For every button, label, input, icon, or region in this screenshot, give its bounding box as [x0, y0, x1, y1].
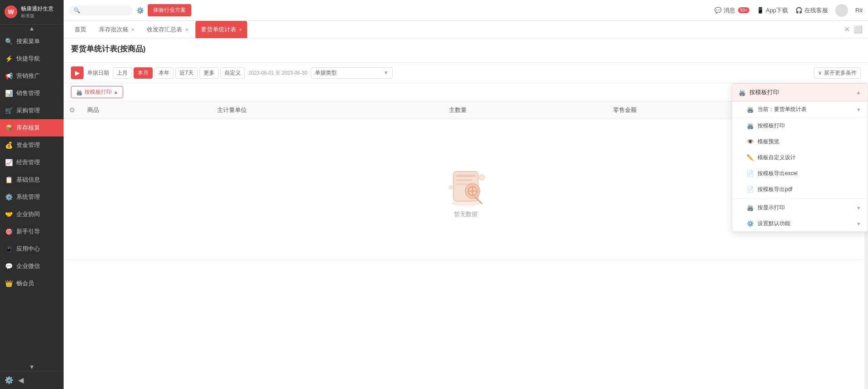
sidebar-item-app-center[interactable]: 📱 应用中心: [0, 240, 64, 258]
svg-rect-2: [456, 175, 476, 177]
print-template-btn[interactable]: 🖨️ 按模板打印 ▲: [71, 86, 123, 98]
template-preview-icon: 👁️: [747, 138, 754, 145]
template-design-icon: ✏️: [747, 154, 754, 161]
message-btn[interactable]: 💬 消息 99+: [714, 6, 749, 15]
template-preview-label: 模板预览: [758, 138, 861, 146]
date-btn-more[interactable]: 更多: [200, 67, 219, 79]
printer-icon: 🖨️: [76, 89, 83, 96]
main-content: 🔍 ⚙️ 体验行业方案 💬 消息 99+ 📱 App下载 🎧 在线客服 Ri: [64, 0, 868, 389]
topbar-search-box[interactable]: 🔍: [69, 5, 133, 15]
page-toolbar: 🖨️ 按模板打印 ▲ ↗ 导出 ↺ 刷新 ··· 查询 设置 🖨️ 按模板打印 …: [64, 83, 868, 101]
template-current-item[interactable]: 🖨️ 当前：要货单统计表 ▼: [732, 101, 868, 118]
settings-bottom-btn[interactable]: ⚙️: [5, 376, 14, 384]
maximize-window-icon[interactable]: ⬜: [853, 25, 863, 34]
sidebar-item-member[interactable]: 👑 畅会员: [0, 275, 64, 292]
sidebar-item-system[interactable]: ⚙️ 系统管理: [0, 188, 64, 206]
template-dropdown-header[interactable]: 🖨️ 按模板打印 ▲: [732, 84, 868, 101]
sidebar-item-quick-nav[interactable]: ⚡ 快捷导航: [0, 50, 64, 67]
sidebar-nav: 🔍 搜索菜单 ⚡ 快捷导航 📢 营销推广 📊 销售管理 🛒 采购管理 📦 库存核…: [0, 33, 64, 363]
sidebar-item-label: 应用中心: [16, 245, 40, 253]
sales-icon: 📊: [5, 89, 13, 97]
sidebar-item-sales[interactable]: 📊 销售管理: [0, 85, 64, 102]
template-item-export-pdf[interactable]: 📄 按模板导出pdf: [732, 182, 868, 197]
tab-requisition-stats-label: 要货单统计表: [201, 25, 236, 34]
sidebar-item-operation[interactable]: 📈 经营管理: [0, 154, 64, 171]
template-dropdown-title: 按模板打印: [749, 88, 856, 96]
topbar-settings-icon[interactable]: ⚙️: [136, 7, 144, 14]
sidebar-item-label: 销售管理: [16, 89, 40, 97]
template-item-print[interactable]: 🖨️ 按模板打印: [732, 118, 868, 134]
filter-toggle-btn[interactable]: ▶: [71, 66, 84, 79]
template-item-default-settings[interactable]: ⚙️ 设置默认功能 ▼: [732, 216, 868, 232]
date-btn-7days[interactable]: 近7天: [175, 67, 198, 79]
template-print-icon: 🖨️: [747, 122, 754, 129]
tab-batch-account-label: 库存批次账: [99, 25, 129, 34]
table-settings-icon[interactable]: ⚙: [69, 106, 75, 114]
template-item-design[interactable]: ✏️ 模板自定义设计: [732, 150, 868, 166]
date-btn-this-month[interactable]: 本月: [134, 67, 153, 79]
username-label[interactable]: Rit: [855, 7, 863, 14]
table-col-settings: ⚙: [64, 101, 82, 119]
svg-point-10: [449, 186, 453, 189]
tab-batch-account-close[interactable]: ×: [131, 27, 134, 32]
template-pdf-icon: 📄: [747, 186, 754, 193]
default-settings-icon: ⚙️: [747, 220, 754, 227]
sidebar-item-label: 库存核算: [16, 124, 40, 132]
sidebar-item-inventory[interactable]: 📦 库存核算: [0, 119, 64, 136]
tab-receipt-summary[interactable]: 收发存汇总表 ×: [141, 21, 193, 38]
template-item-export-excel[interactable]: 📄 按模板导出excel: [732, 166, 868, 182]
template-pdf-label: 按模板导出pdf: [758, 186, 861, 193]
marketing-icon: 📢: [5, 72, 13, 80]
printer-dropdown-icon: 🖨️: [738, 89, 746, 96]
svg-rect-3: [456, 179, 472, 181]
sidebar-scroll-up[interactable]: ▲: [0, 25, 64, 33]
logo-text: 畅康通好生意 标准版: [21, 5, 54, 19]
date-btn-this-year[interactable]: 本年: [155, 67, 174, 79]
expand-more-btn[interactable]: ∨ 展开更多条件: [814, 67, 861, 79]
sidebar-item-guide[interactable]: 🎯 新手引导: [0, 223, 64, 240]
sidebar-item-label: 企业微信: [16, 262, 40, 270]
user-avatar[interactable]: [835, 4, 848, 17]
online-service-btn[interactable]: 🎧 在线客服: [795, 6, 828, 15]
tab-receipt-summary-label: 收发存汇总表: [147, 25, 182, 34]
expand-label: 展开更多条件: [824, 69, 857, 77]
template-item-display-print[interactable]: 🖨️ 按显示打印 ▼: [732, 200, 868, 216]
message-icon: 💬: [714, 7, 722, 14]
template-item-preview[interactable]: 👁️ 模板预览: [732, 134, 868, 150]
industry-btn[interactable]: 体验行业方案: [148, 4, 191, 16]
sidebar-item-purchase[interactable]: 🛒 采购管理: [0, 102, 64, 119]
app-download-btn[interactable]: 📱 App下载: [757, 6, 788, 15]
date-btn-last-month[interactable]: 上月: [113, 67, 132, 79]
tab-receipt-summary-close[interactable]: ×: [185, 27, 188, 32]
operation-icon: 📈: [5, 158, 13, 167]
type-filter-select[interactable]: 单据类型 ▼: [311, 67, 393, 79]
tab-requisition-stats[interactable]: 要货单统计表 ×: [195, 21, 247, 38]
collapse-btn[interactable]: ◀: [18, 376, 24, 384]
sidebar-scroll-down[interactable]: ▼: [0, 363, 64, 371]
sidebar-item-wechat[interactable]: 💬 企业微信: [0, 258, 64, 275]
template-print-label: 按模板打印: [758, 122, 861, 130]
app-download-icon: 📱: [757, 7, 764, 14]
sidebar-item-enterprise[interactable]: 🤝 企业协同: [0, 206, 64, 223]
sidebar-item-finance[interactable]: 💰 资金管理: [0, 136, 64, 154]
tab-home-label: 首页: [75, 25, 86, 34]
tab-batch-account[interactable]: 库存批次账 ×: [94, 21, 140, 38]
tab-home[interactable]: 首页: [69, 21, 92, 38]
date-btn-custom[interactable]: 自定义: [220, 67, 245, 79]
filter-bar: ▶ 单据日期 上月 本月 本年 近7天 更多 自定义 2023-06-01 至 …: [64, 63, 868, 83]
sidebar-item-label: 经营管理: [16, 158, 40, 167]
template-excel-icon: 📄: [747, 170, 754, 177]
sidebar-item-search[interactable]: 🔍 搜索菜单: [0, 33, 64, 50]
system-icon: ⚙️: [5, 193, 13, 201]
svg-point-0: [451, 201, 480, 206]
sidebar-item-marketing[interactable]: 📢 营销推广: [0, 67, 64, 85]
close-window-icon[interactable]: ✕: [844, 25, 850, 34]
sidebar-item-label: 畅会员: [16, 279, 34, 288]
print-label: 按模板打印: [85, 88, 112, 96]
topbar-search-icon: 🔍: [74, 7, 80, 14]
tab-requisition-stats-close[interactable]: ×: [239, 27, 242, 32]
sidebar-item-label: 新手引导: [16, 227, 40, 236]
sidebar-item-basic-info[interactable]: 📋 基础信息: [0, 171, 64, 188]
date-range-text: 2023-06-01 至 2023-06-30: [249, 70, 308, 76]
logo-icon: W: [5, 5, 17, 18]
